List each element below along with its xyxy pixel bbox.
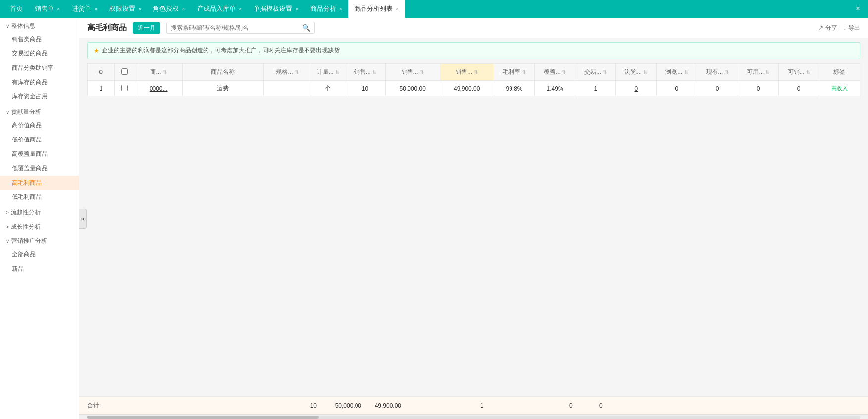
sidebar-item-low-value[interactable]: 低价值商品 [0, 133, 79, 147]
col-header-browse1: 浏览... ⇅ [616, 64, 657, 81]
cell-browse1: 0 [616, 81, 657, 96]
cell-check [114, 81, 135, 96]
nav-tab-purchase[interactable]: 进货单 × [66, 0, 103, 18]
sort-icon-sale-cost[interactable]: ⇅ [474, 69, 478, 75]
cell-trade: 1 [575, 81, 616, 96]
nav-tab-sales[interactable]: 销售单 × [29, 0, 66, 18]
sort-icon-sale-qty[interactable]: ⇅ [372, 69, 376, 75]
col-header-name: 商品名称 [182, 64, 263, 81]
footer-margin [408, 402, 437, 409]
sidebar-item-high-margin[interactable]: 高毛利商品 [0, 176, 79, 190]
scrollbar-thumb[interactable] [87, 416, 319, 419]
footer-spec [239, 402, 274, 409]
footer-code [145, 402, 180, 409]
col-header-unit: 计量... ⇅ [311, 64, 345, 81]
nav-tab-permissions[interactable]: 权限设置 × [103, 0, 147, 18]
sidebar-group-overall[interactable]: ∨ 整体信息 [0, 18, 79, 32]
sidebar-item-traded-goods[interactable]: 交易过的商品 [0, 47, 79, 61]
sidebar-group-trend[interactable]: > 流趋性分析 [0, 204, 79, 219]
share-icon: ↗ [818, 24, 823, 31]
table-footer: 合计: 10 50,000.00 49,900.00 1 0 0 [79, 396, 868, 414]
cell-margin: 99.8% [494, 81, 534, 96]
cell-sale-qty: 10 [345, 81, 385, 96]
sort-icon-cover[interactable]: ⇅ [562, 69, 566, 75]
close-tab-analysis-list[interactable]: × [396, 6, 399, 12]
sort-icon-stock3[interactable]: ⇅ [806, 69, 810, 75]
sidebar-item-in-stock[interactable]: 有库存的商品 [0, 75, 79, 90]
search-icon[interactable]: 🔍 [302, 24, 310, 32]
close-tab-permissions[interactable]: × [138, 6, 141, 12]
nav-tab-products[interactable]: 产成品入库单 × [191, 0, 248, 18]
sidebar-item-stock-capital[interactable]: 库存资金占用 [0, 90, 79, 104]
select-all-checkbox[interactable] [121, 68, 128, 75]
cell-code: 0000... [135, 81, 182, 96]
sidebar-collapse-button[interactable]: « [79, 209, 87, 229]
col-header-sale-cost: 销售... ⇅ [440, 64, 494, 81]
cell-browse2: 0 [657, 81, 697, 96]
sort-icon-sale-amt[interactable]: ⇅ [420, 69, 424, 75]
data-table: ⚙ 商... ⇅ 商品名称 规格... [87, 63, 860, 96]
search-box: 🔍 [166, 22, 315, 34]
footer-sale-qty: 10 [299, 402, 328, 409]
export-button[interactable]: ↓ 导出 [843, 24, 860, 32]
close-tab-products[interactable]: × [239, 6, 242, 12]
cell-num: 1 [88, 81, 115, 96]
share-button[interactable]: ↗ 分享 [818, 24, 837, 32]
sort-icon-margin[interactable]: ⇅ [522, 69, 526, 75]
close-tab-templates[interactable]: × [295, 6, 298, 12]
table-header-row: ⚙ 商... ⇅ 商品名称 规格... [88, 64, 860, 81]
sort-icon-stock1[interactable]: ⇅ [725, 69, 729, 75]
sidebar-item-sales-goods[interactable]: 销售类商品 [0, 32, 79, 47]
main-layout: ∨ 整体信息 销售类商品 交易过的商品 商品分类助销率 有库存的商品 库存资金占… [0, 18, 868, 419]
sidebar-group-marketing[interactable]: ∨ 营销推广分析 [0, 233, 79, 247]
sidebar-item-low-margin[interactable]: 低毛利商品 [0, 190, 79, 204]
time-filter-button[interactable]: 近一月 [133, 22, 160, 34]
col-header-browse2: 浏览... ⇅ [657, 64, 697, 81]
sort-icon-browse2[interactable]: ⇅ [684, 69, 688, 75]
col-header-stock1: 现有... ⇅ [697, 64, 738, 81]
sidebar-item-category-rate[interactable]: 商品分类助销率 [0, 61, 79, 75]
footer-sale-cost: 49,900.00 [368, 402, 408, 409]
top-nav: 首页 销售单 × 进货单 × 权限设置 × 角色授权 × 产成品入库单 × 单据… [0, 0, 868, 18]
sort-icon-spec[interactable]: ⇅ [295, 69, 299, 75]
close-tab-purchase[interactable]: × [94, 6, 97, 12]
sort-icon-stock2[interactable]: ⇅ [766, 69, 769, 75]
horizontal-scrollbar[interactable] [79, 414, 868, 419]
search-input[interactable] [171, 24, 302, 31]
footer-stock1: 0 [556, 402, 586, 409]
row-checkbox[interactable] [121, 85, 128, 91]
sort-icon-trade[interactable]: ⇅ [603, 69, 607, 75]
scrollbar-track [87, 416, 860, 419]
close-tab-analysis[interactable]: × [339, 6, 342, 12]
sidebar-item-new-goods[interactable]: 新品 [0, 262, 79, 276]
close-tab-roles[interactable]: × [182, 6, 185, 12]
settings-icon[interactable]: ⚙ [98, 69, 103, 76]
sidebar-item-high-coverage[interactable]: 高覆盖量商品 [0, 147, 79, 161]
col-header-check [114, 64, 135, 81]
footer-stock3 [615, 402, 645, 409]
cell-cover: 1.49% [535, 81, 575, 96]
close-tab-sales[interactable]: × [57, 6, 60, 12]
nav-tab-analysis-list[interactable]: 商品分析列表 × [348, 0, 405, 18]
sidebar: ∨ 整体信息 销售类商品 交易过的商品 商品分类助销率 有库存的商品 库存资金占… [0, 18, 79, 419]
sidebar-item-all-goods[interactable]: 全部商品 [0, 247, 79, 262]
cell-tag: 高收入 [819, 81, 860, 96]
footer-browse1 [497, 402, 526, 409]
sidebar-item-low-coverage[interactable]: 低覆盖量商品 [0, 161, 79, 176]
nav-tab-templates[interactable]: 单据模板设置 × [248, 0, 304, 18]
info-banner: ★ 企业的主要的利润都是这部分商品创造的，可考虑加大推广，同时关注库存是不要出现… [87, 42, 860, 59]
sort-icon-code[interactable]: ⇅ [163, 69, 167, 75]
col-header-margin: 毛利率 ⇅ [494, 64, 534, 81]
sidebar-group-growth[interactable]: > 成长性分析 [0, 219, 79, 233]
sort-icon-browse1[interactable]: ⇅ [643, 69, 647, 75]
header-actions: ↗ 分享 ↓ 导出 [818, 24, 860, 32]
window-close-button[interactable]: × [852, 4, 864, 13]
nav-tab-roles[interactable]: 角色授权 × [147, 0, 191, 18]
sort-icon-unit[interactable]: ⇅ [335, 69, 339, 75]
sidebar-item-high-value[interactable]: 高价值商品 [0, 118, 79, 133]
nav-tab-home[interactable]: 首页 [4, 0, 29, 18]
col-header-num: ⚙ [88, 64, 115, 81]
footer-label: 合计: [87, 401, 101, 410]
sidebar-group-contribution[interactable]: ∨ 贡献量分析 [0, 104, 79, 118]
nav-tab-analysis[interactable]: 商品分析 × [305, 0, 348, 18]
